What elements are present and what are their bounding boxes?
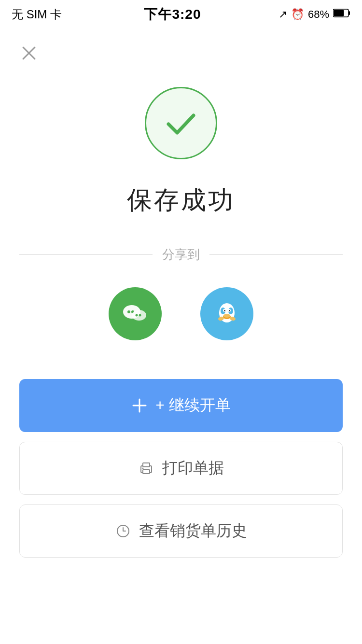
svg-point-9 [135,314,138,316]
share-label: 分享到 [162,246,200,263]
svg-rect-25 [143,463,150,467]
share-icons [19,287,343,340]
svg-point-17 [229,310,230,311]
status-bar: 无 SIM 卡 下午3:20 ↗ ⏰ 68% [0,0,362,29]
svg-rect-2 [334,10,344,16]
battery-text: 68% [308,8,329,21]
action-buttons: + 继续开单 打印单据 查看销货单历史 [0,379,362,558]
location-icon: ↗ [278,8,287,21]
svg-point-16 [224,310,225,311]
svg-point-19 [223,314,230,318]
carrier-text: 无 SIM 卡 [12,7,62,22]
time-display: 下午3:20 [144,5,201,24]
svg-point-27 [142,468,144,469]
share-section: 分享到 [0,246,362,350]
svg-point-6 [127,310,130,313]
history-label: 查看销货单历史 [139,520,247,542]
success-icon-circle [145,87,217,159]
success-title: 保存成功 [127,183,235,217]
wechat-share-button[interactable] [109,287,162,340]
alarm-icon: ⏰ [291,8,304,21]
main-content: 保存成功 分享到 [0,29,362,577]
status-right: ↗ ⏰ 68% [278,8,350,21]
battery-icon [333,8,350,21]
continue-order-label: + 继续开单 [155,395,231,416]
svg-rect-1 [348,11,350,15]
status-left: 无 SIM 卡 [12,7,67,22]
print-button[interactable]: 打印单据 [19,442,343,495]
qq-share-button[interactable] [200,287,253,340]
close-button[interactable] [0,39,362,68]
print-label: 打印单据 [162,458,224,479]
view-history-button[interactable]: 查看销货单历史 [19,504,343,558]
svg-point-10 [139,314,141,316]
share-divider: 分享到 [19,246,343,263]
continue-order-button[interactable]: + 继续开单 [19,379,343,432]
svg-rect-26 [143,470,150,474]
